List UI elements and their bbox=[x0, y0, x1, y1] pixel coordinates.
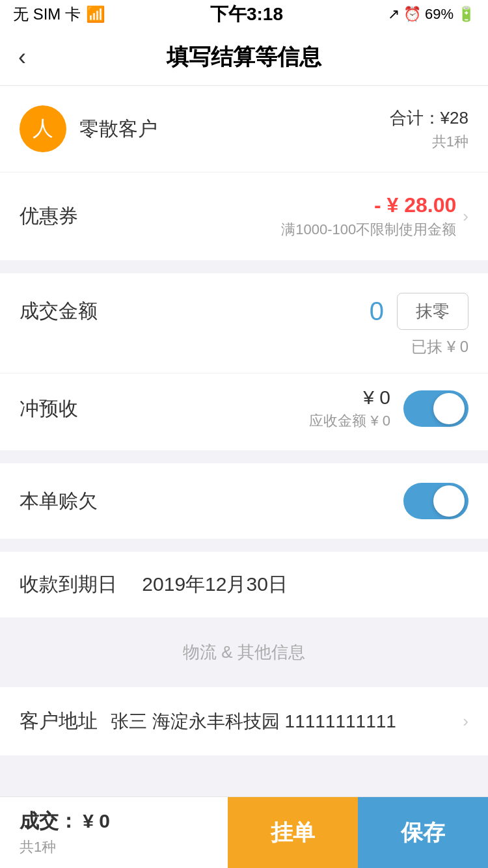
back-button[interactable]: ‹ bbox=[18, 44, 26, 71]
sim-label: 无 SIM 卡 bbox=[13, 4, 81, 25]
toggle-thumb bbox=[433, 393, 465, 424]
page-title: 填写结算等信息 bbox=[167, 42, 321, 72]
wifi-icon: 📶 bbox=[86, 5, 105, 23]
deal-row: 成交金额 0 抹零 bbox=[0, 273, 488, 336]
advance-right: ¥ 0 应收金额 ¥ 0 bbox=[309, 387, 468, 431]
customer-left: 人 零散客户 bbox=[20, 105, 157, 152]
debt-label: 本单赊欠 bbox=[20, 488, 98, 515]
deal-label: 成交金额 bbox=[20, 298, 98, 325]
status-left: 无 SIM 卡 📶 bbox=[13, 4, 105, 25]
debt-toggle[interactable] bbox=[403, 483, 468, 519]
logistics-header: 物流 & 其他信息 bbox=[0, 631, 488, 674]
coupon-chevron-icon: › bbox=[463, 206, 468, 226]
deal-value: 0 bbox=[370, 297, 384, 326]
address-label: 客户地址 bbox=[20, 708, 98, 735]
coupon-value: - ¥ 28.00 满1000-100不限制使用金额 bbox=[281, 193, 456, 239]
debt-toggle-thumb bbox=[433, 485, 465, 517]
bottom-count: 共1种 bbox=[20, 837, 208, 857]
bottom-deal-prefix: 成交： bbox=[20, 810, 78, 832]
logistics-divider bbox=[0, 617, 488, 631]
coupon-desc: 满1000-100不限制使用金额 bbox=[281, 220, 456, 239]
logistics-label: 物流 & 其他信息 bbox=[183, 642, 305, 662]
customer-section: 人 零散客户 合计：¥28 共1种 优惠券 - ¥ 28.00 满1000-10… bbox=[0, 86, 488, 260]
battery-label: 69% bbox=[425, 6, 454, 23]
address-row[interactable]: 客户地址 张三 海淀永丰科技园 11111111111 › bbox=[0, 687, 488, 755]
nav-bar: ‹ 填写结算等信息 bbox=[0, 29, 488, 86]
deal-sub: 已抹 ¥ 0 bbox=[0, 336, 488, 373]
customer-row: 人 零散客户 合计：¥28 共1种 bbox=[0, 86, 488, 172]
deal-right: 0 抹零 bbox=[370, 293, 468, 330]
due-date-value: 2019年12月30日 bbox=[142, 573, 287, 595]
coupon-label: 优惠券 bbox=[20, 203, 78, 230]
coupon-amount: - ¥ 28.00 bbox=[281, 193, 456, 217]
advance-label: 冲预收 bbox=[20, 396, 78, 422]
battery-icon: 🔋 bbox=[457, 6, 475, 23]
alarm-icon: ⏰ bbox=[403, 6, 421, 23]
round-zero-button[interactable]: 抹零 bbox=[397, 293, 468, 330]
advance-row: 冲预收 ¥ 0 应收金额 ¥ 0 bbox=[0, 373, 488, 450]
address-value: 张三 海淀永丰科技园 11111111111 bbox=[111, 709, 463, 734]
bottom-deal-label: 成交： ¥ 0 bbox=[20, 808, 208, 835]
status-bar: 无 SIM 卡 📶 下午3:18 ↗ ⏰ 69% 🔋 bbox=[0, 0, 488, 29]
advance-value-group: ¥ 0 应收金额 ¥ 0 bbox=[309, 387, 390, 431]
bottom-deal-value: ¥ 0 bbox=[83, 810, 110, 832]
status-time: 下午3:18 bbox=[210, 2, 283, 27]
coupon-right: - ¥ 28.00 满1000-100不限制使用金额 › bbox=[281, 193, 468, 239]
due-date-label: 收款到期日 bbox=[20, 573, 117, 595]
bottom-bar: 成交： ¥ 0 共1种 挂单 保存 bbox=[0, 796, 488, 868]
hang-order-button[interactable]: 挂单 bbox=[228, 797, 358, 869]
customer-total: 合计：¥28 共1种 bbox=[390, 107, 468, 152]
advance-toggle[interactable] bbox=[403, 390, 468, 427]
avatar: 人 bbox=[20, 105, 66, 152]
total-label: 合计：¥28 bbox=[390, 107, 468, 129]
coupon-row[interactable]: 优惠券 - ¥ 28.00 满1000-100不限制使用金额 › bbox=[0, 172, 488, 260]
avatar-icon: 人 bbox=[33, 115, 53, 143]
total-sub: 共1种 bbox=[390, 132, 468, 152]
address-chevron-icon: › bbox=[463, 711, 468, 731]
bottom-info: 成交： ¥ 0 共1种 bbox=[0, 808, 228, 857]
customer-name: 零散客户 bbox=[79, 116, 157, 142]
due-date-row: 收款到期日 2019年12月30日 bbox=[0, 552, 488, 617]
advance-value: ¥ 0 bbox=[309, 387, 390, 409]
status-right: ↗ ⏰ 69% 🔋 bbox=[388, 6, 475, 23]
advance-sub: 应收金额 ¥ 0 bbox=[309, 411, 390, 431]
save-button[interactable]: 保存 bbox=[358, 797, 488, 869]
logistics-divider-bottom bbox=[0, 674, 488, 687]
debt-section: 本单赊欠 bbox=[0, 463, 488, 539]
location-icon: ↗ bbox=[388, 6, 400, 23]
deal-section: 成交金额 0 抹零 已抹 ¥ 0 冲预收 ¥ 0 应收金额 ¥ 0 bbox=[0, 273, 488, 450]
